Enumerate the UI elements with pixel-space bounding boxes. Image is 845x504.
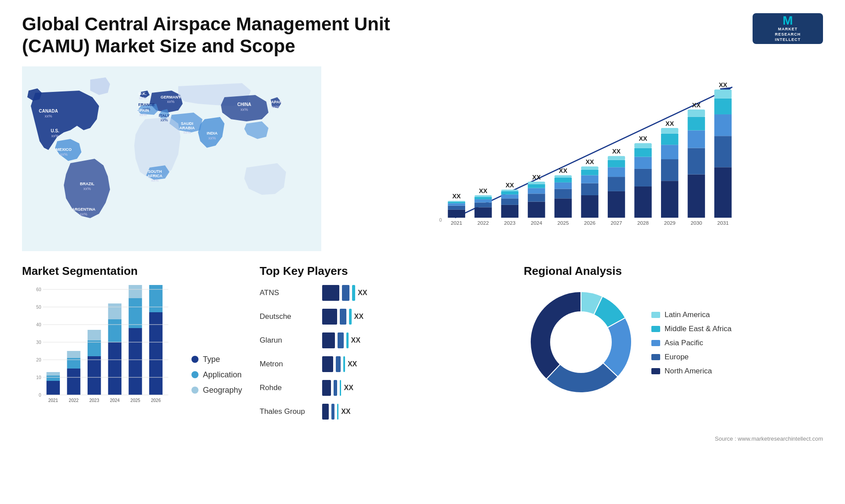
svg-text:GERMANY: GERMANY: [161, 95, 181, 99]
svg-text:2030: 2030: [691, 220, 702, 226]
svg-text:XX: XX: [639, 135, 647, 142]
svg-text:30: 30: [36, 340, 41, 345]
player-row: ATNSXX: [260, 285, 506, 301]
donut-legend-color: [651, 368, 660, 374]
donut-svg-wrap: [524, 285, 638, 401]
svg-text:JAPAN: JAPAN: [269, 100, 282, 104]
donut-legend-color: [651, 312, 660, 318]
player-bar-segment: [322, 380, 331, 396]
legend-type-dot: [191, 356, 198, 363]
svg-rect-65: [581, 166, 598, 169]
svg-rect-125: [129, 328, 142, 395]
svg-text:AFRICA: AFRICA: [147, 174, 162, 178]
players-list: ATNSXXDeutscheXXGlarunXXMetronXXRohdeXXT…: [260, 285, 506, 420]
svg-text:xx%: xx%: [51, 134, 59, 138]
svg-rect-80: [661, 128, 678, 134]
svg-text:50: 50: [36, 305, 41, 310]
svg-rect-40: [448, 201, 465, 202]
player-name: Glarun: [260, 336, 317, 345]
svg-rect-46: [501, 205, 518, 218]
svg-rect-54: [528, 184, 545, 188]
player-row: GlarunXX: [260, 332, 506, 348]
svg-rect-39: [448, 201, 465, 203]
player-bar-segment: [338, 332, 343, 348]
logo-area: M MARKETRESEARCHINTELLECT: [753, 13, 823, 44]
svg-rect-127: [129, 285, 142, 298]
donut-legend-item: Asia Pacific: [651, 339, 731, 347]
player-value: XX: [341, 408, 350, 416]
svg-text:2021: 2021: [48, 398, 59, 403]
svg-text:XX: XX: [532, 173, 541, 180]
player-value: XX: [351, 336, 360, 344]
svg-rect-87: [714, 136, 731, 167]
player-name: Metron: [260, 360, 317, 369]
svg-text:BRAZIL: BRAZIL: [80, 182, 95, 186]
player-name: ATNS: [260, 289, 317, 297]
bar-chart-container: 0 XXXXXXXXXXXXXXXXXXXXXX 202120222023202…: [339, 66, 823, 251]
players-section: Top Key Players ATNSXXDeutscheXXGlarunXX…: [260, 264, 506, 427]
player-bar-wrap: XX: [322, 309, 506, 325]
player-bar-segment: [349, 309, 352, 325]
svg-rect-52: [528, 194, 545, 201]
svg-text:XX: XX: [559, 167, 568, 174]
svg-text:xx%: xx%: [272, 105, 279, 109]
segmentation-title: Market Segmentation: [22, 264, 242, 278]
svg-rect-115: [47, 372, 60, 376]
svg-text:2025: 2025: [557, 220, 569, 226]
regional-title: Regional Analysis: [524, 264, 823, 278]
svg-rect-83: [688, 130, 705, 148]
svg-text:xx%: xx%: [83, 186, 91, 191]
logo-m: M: [783, 15, 793, 27]
svg-rect-58: [555, 183, 572, 189]
svg-rect-86: [714, 167, 731, 218]
svg-rect-43: [474, 199, 492, 202]
player-row: MetronXX: [260, 356, 506, 372]
svg-rect-88: [714, 114, 731, 136]
svg-text:2023: 2023: [504, 220, 515, 226]
svg-text:0: 0: [439, 217, 442, 223]
svg-rect-41: [474, 207, 492, 218]
svg-text:XX: XX: [665, 120, 674, 127]
player-bar-wrap: XX: [322, 404, 506, 420]
svg-rect-69: [608, 160, 625, 167]
svg-rect-42: [474, 202, 492, 207]
svg-rect-71: [634, 186, 651, 218]
svg-rect-126: [129, 298, 142, 328]
svg-rect-116: [67, 369, 80, 395]
player-value: XX: [348, 360, 357, 368]
svg-rect-56: [555, 198, 572, 218]
player-bar-segment: [352, 285, 355, 301]
donut-legend-label: Latin America: [665, 310, 710, 319]
svg-rect-36: [448, 210, 465, 218]
svg-rect-90: [714, 89, 731, 98]
svg-text:2029: 2029: [664, 220, 676, 226]
donut-legend-label: Middle East & Africa: [665, 325, 731, 333]
svg-rect-38: [448, 203, 465, 205]
svg-text:XX: XX: [452, 193, 461, 200]
player-bar-segment: [336, 356, 341, 372]
svg-text:XX: XX: [719, 81, 727, 88]
page-wrapper: Global Central Airspace Management Unit …: [0, 0, 845, 504]
svg-rect-59: [555, 178, 572, 183]
svg-rect-73: [634, 157, 651, 168]
player-bar-wrap: XX: [322, 356, 506, 372]
player-value: XX: [354, 313, 364, 321]
svg-text:40: 40: [36, 322, 41, 327]
svg-rect-84: [688, 117, 705, 130]
svg-rect-68: [608, 167, 625, 177]
seg-legend: Type Application Geography: [191, 355, 242, 408]
header: Global Central Airspace Management Unit …: [22, 13, 823, 58]
legend-geography-dot: [191, 387, 198, 394]
player-bar-segment: [337, 404, 338, 420]
svg-rect-113: [47, 381, 60, 395]
svg-rect-129: [149, 285, 162, 312]
bar-chart-svg: 0 XXXXXXXXXXXXXXXXXXXXXX 202120222023202…: [356, 75, 823, 234]
svg-rect-47: [501, 198, 518, 205]
svg-text:xx%: xx%: [151, 178, 158, 183]
donut-legend-item: Latin America: [651, 310, 731, 319]
svg-rect-60: [555, 175, 572, 177]
svg-text:60: 60: [36, 287, 41, 292]
svg-text:xx%: xx%: [44, 114, 52, 118]
svg-text:2024: 2024: [110, 398, 120, 403]
player-name: Deutsche: [260, 312, 317, 321]
